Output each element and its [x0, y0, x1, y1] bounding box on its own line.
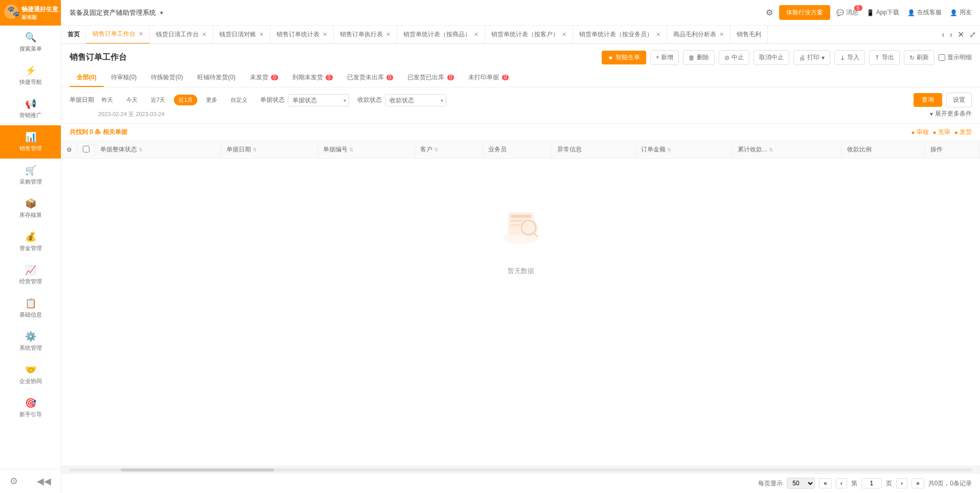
cancel-pause-button[interactable]: 取消中止 [754, 50, 789, 65]
page-input[interactable] [861, 478, 882, 488]
date-btn-more[interactable]: 更多 [201, 95, 222, 105]
empty-text: 暂无数据 [508, 266, 534, 276]
tab-sales-stats[interactable]: 销售订单统计表 ✕ [270, 26, 334, 44]
tab-close-icon[interactable]: ✕ [719, 31, 724, 38]
review-btn[interactable]: ● 审核 [911, 128, 928, 137]
expand-filter-button[interactable]: ▾ 展开更多条件 [930, 109, 972, 118]
sub-tab-all[interactable]: 全部(0) [70, 69, 104, 87]
tab-margin-analysis[interactable]: 商品毛利分析表 ✕ [667, 26, 731, 44]
tab-customer-stats[interactable]: 销货单统计表（按客户） ✕ [485, 26, 573, 44]
tabs-close-all-icon[interactable]: ✕ [955, 29, 966, 40]
user-menu[interactable]: 👤 用友 [950, 8, 972, 17]
date-btn-today[interactable]: 今天 [122, 95, 142, 105]
query-button[interactable]: 查询 [914, 93, 942, 107]
show-detail-checkbox-wrap[interactable]: 显示明细 [939, 53, 972, 62]
th-sort-collected[interactable]: 累计收款... ⇅ [738, 145, 836, 154]
tab-sales-margin[interactable]: 销售毛利 [731, 26, 768, 44]
tab-close-icon[interactable]: ✕ [656, 31, 660, 38]
date-btn-7days[interactable]: 近7天 [146, 95, 170, 105]
import-button[interactable]: ⤓ 导入 [834, 50, 865, 65]
payment-select[interactable]: 收款状态 [385, 94, 446, 106]
date-btn-1month[interactable]: 近1月 [174, 95, 197, 105]
filter-setting-button[interactable]: 设置 [946, 93, 972, 107]
tab-home[interactable]: 首页 [61, 26, 86, 44]
sidebar-item-marketing[interactable]: 📢 营销推广 [0, 92, 61, 125]
print-button[interactable]: 🖨 打印 ▾ [793, 50, 830, 65]
th-sort-status[interactable]: 单据整体状态 ⇅ [100, 145, 216, 154]
status-select[interactable]: 单据状态 [288, 94, 349, 106]
collapse-icon[interactable]: ◀◀ [35, 474, 53, 489]
tab-close-icon[interactable]: ✕ [139, 31, 143, 37]
tabs-maximize-icon[interactable]: ⤢ [967, 29, 978, 40]
sub-tab-shipped-not-out[interactable]: 已发货未出库 0 [340, 69, 401, 87]
th-sort-salesman[interactable]: 业务员 [488, 145, 546, 154]
th-sort-amount[interactable]: 订单金额 ⇅ [641, 145, 727, 154]
sidebar-item-sales[interactable]: 📊 销售管理 [0, 125, 61, 159]
online-service-btn[interactable]: 👤 在线客服 [907, 8, 942, 17]
page-size-select[interactable]: 50 10 20 100 [787, 478, 815, 489]
tab-sales-workbench[interactable]: 销售订单工作台 ✕ [86, 26, 150, 44]
tab-close-icon[interactable]: ✕ [474, 31, 478, 38]
tab-money-daily[interactable]: 钱货日清工作台 ✕ [150, 26, 213, 44]
sub-tab-pending-review[interactable]: 待审核(0) [104, 69, 144, 87]
add-button[interactable]: + 新增 [650, 50, 679, 65]
next-page-button[interactable]: › [896, 478, 907, 488]
message-btn[interactable]: 💬 消息 6 [836, 8, 858, 17]
tab-close-icon[interactable]: ✕ [323, 31, 327, 38]
sidebar-item-search[interactable]: 🔍 搜索菜单 [0, 26, 61, 59]
cancel-review-btn[interactable]: ● 充审 [933, 128, 950, 137]
sidebar-item-inventory[interactable]: 📦 库存核算 [0, 192, 61, 225]
sub-tab-overdue[interactable]: 到期未发货 0 [285, 69, 340, 87]
tab-close-icon[interactable]: ✕ [386, 31, 391, 38]
sort-icon: ⇅ [253, 147, 257, 152]
date-btn-custom[interactable]: 自定义 [226, 95, 252, 105]
first-page-button[interactable]: « [819, 478, 832, 488]
sub-tab-pending-check[interactable]: 待拣验货(0) [144, 69, 190, 87]
tab-sales-exec[interactable]: 销售订单执行表 ✕ [334, 26, 397, 44]
sidebar-item-label: 营销推广 [19, 111, 42, 119]
sidebar-item-guide[interactable]: 🎯 新手引导 [0, 391, 61, 424]
tab-salesman-stats[interactable]: 销货单统计表（按业务员） ✕ [573, 26, 667, 44]
pause-button[interactable]: ⊘ 中止 [719, 50, 749, 65]
tab-close-icon[interactable]: ✕ [202, 31, 207, 38]
solution-button[interactable]: 体验行业方案 [779, 5, 830, 20]
refresh-button[interactable]: ↻ 刷新 [904, 50, 935, 65]
prev-page-button[interactable]: ‹ [836, 478, 847, 488]
last-page-button[interactable]: » [911, 478, 924, 488]
settings-icon[interactable]: ⚙ [8, 474, 20, 489]
sidebar-item-finance[interactable]: 💰 资金管理 [0, 225, 61, 258]
th-sort-no[interactable]: 单据编号 ⇅ [323, 145, 409, 154]
tabs-next-icon[interactable]: › [948, 29, 954, 40]
topbar-dropdown[interactable]: ▾ [160, 9, 163, 16]
app-download-btn[interactable]: 📱 App下载 [867, 8, 899, 17]
sidebar-item-purchase[interactable]: 🛒 采购管理 [0, 159, 61, 192]
sub-tab-unshipped[interactable]: 未发货 0 [243, 69, 285, 87]
sidebar-item-operations[interactable]: 📈 经营管理 [0, 258, 61, 292]
sidebar-item-basic-info[interactable]: 📋 基础信息 [0, 292, 61, 325]
sub-tab-wangpu-ship[interactable]: 旺铺待发货(0) [190, 69, 243, 87]
sub-tab-unprinted[interactable]: 未打印单据 0 [461, 69, 516, 87]
sidebar-item-system[interactable]: ⚙️ 系统管理 [0, 325, 61, 358]
sidebar-item-enterprise[interactable]: 🤝 企业协同 [0, 358, 61, 391]
tab-close-icon[interactable]: ✕ [562, 31, 566, 38]
tab-reconcile[interactable]: 钱货日清对账 ✕ [213, 26, 270, 44]
ship-btn[interactable]: ● 发货 [954, 128, 972, 137]
th-sort-date[interactable]: 单据日期 ⇅ [226, 145, 313, 154]
table-area: 共找到 0 条 相关单据 ● 审核 ● 充审 ● 发货 [61, 124, 980, 493]
sidebar-item-quick-nav[interactable]: ⚡ 快捷导航 [0, 59, 61, 92]
date-btn-yesterday[interactable]: 昨天 [97, 95, 118, 105]
tab-close-icon[interactable]: ✕ [259, 31, 264, 38]
topbar-gear-icon[interactable]: ⚙ [766, 8, 773, 17]
smart-create-button[interactable]: ★ 智能生单 [602, 51, 646, 64]
tab-goods-stats[interactable]: 销货单统计表（按商品） ✕ [397, 26, 485, 44]
scrollbar-thumb[interactable] [121, 468, 274, 472]
export-button[interactable]: ⤒ 导出 [869, 50, 900, 65]
delete-button[interactable]: 🗑 删除 [683, 50, 715, 65]
scrollbar-track[interactable] [70, 468, 972, 472]
column-settings-icon[interactable]: ⚙ [66, 146, 72, 153]
tabs-prev-icon[interactable]: ‹ [940, 29, 946, 40]
th-sort-customer[interactable]: 客户 ⇅ [420, 145, 477, 154]
select-all-checkbox[interactable] [83, 146, 89, 152]
show-detail-checkbox[interactable] [939, 54, 945, 61]
sub-tab-shipped-out[interactable]: 已发货已出库 0 [400, 69, 461, 87]
